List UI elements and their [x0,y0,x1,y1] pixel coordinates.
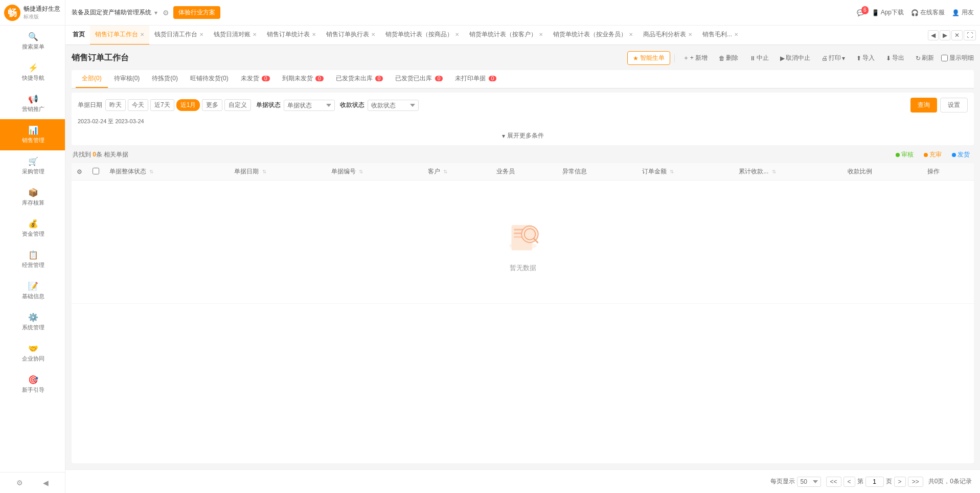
tab-reconcile[interactable]: 钱货日清对账 ✕ [209,26,262,45]
tab-margin-analysis[interactable]: 商品毛利分析表 ✕ [638,26,697,45]
sidebar-item-purchase[interactable]: 🛒 采购管理 [0,150,65,182]
export-button[interactable]: ⬇ 导出 [882,52,908,64]
status-select[interactable]: 单据状态 [284,100,335,111]
custom-btn[interactable]: 自定义 [224,99,251,111]
print-button[interactable]: 🖨 打印 ▾ [817,52,849,64]
tab-close-sales-by-staff[interactable]: ✕ [629,32,633,37]
set-button[interactable]: 设置 [940,98,968,113]
tab-close-daily-clear[interactable]: ✕ [199,32,203,37]
next-page-button[interactable]: > [894,477,906,487]
sort-icon-1[interactable]: ⇅ [262,169,266,174]
sort-icon-7[interactable]: ⇅ [772,169,776,174]
tabs-next-button[interactable]: ▶ [940,30,950,40]
sidebar-item-finance[interactable]: 💰 资金管理 [0,213,65,244]
tab-sales-by-staff[interactable]: 销货单统计表（按业务员） ✕ [548,26,638,45]
tab-close-sales-by-customer[interactable]: ✕ [539,32,543,37]
prev-page-button[interactable]: < [844,477,855,487]
tab-sales-margin[interactable]: 销售毛利... ✕ [697,26,743,45]
tab-sales-exec[interactable]: 销售订单执行表 ✕ [321,26,380,45]
ftab-shipped-out[interactable]: 已发货已出库 0 [389,70,449,88]
ftab-unshipped[interactable]: 未发货 0 [235,70,276,88]
tab-sales-by-customer[interactable]: 销货单统计表（按客户） ✕ [464,26,548,45]
app-download-link[interactable]: 📱 App下载 [872,8,904,17]
ftab-pending-pick[interactable]: 待拣货(0) [146,70,184,88]
tab-close-sales-order[interactable]: ✕ [140,32,144,37]
page-input[interactable] [865,477,884,487]
print-arrow-icon: ▾ [842,55,845,62]
unshipped-badge: 0 [262,76,270,81]
tabs-prev-button[interactable]: ◀ [928,30,939,40]
sidebar-item-quicknav[interactable]: ⚡ 快捷导航 [0,57,65,88]
last-page-button[interactable]: >> [908,477,923,487]
collapse-icon[interactable]: ◀ [43,479,49,487]
tab-close-sales-stats[interactable]: ✕ [312,32,316,37]
more-btn[interactable]: 更多 [202,99,222,111]
smart-order-button[interactable]: ★ 智能生单 [627,51,670,65]
tab-sales-by-product[interactable]: 销货单统计表（按商品） ✕ [380,26,464,45]
pause-button[interactable]: ⏸ 中止 [745,52,773,64]
first-page-button[interactable]: << [826,477,841,487]
review-action-btn[interactable]: 审核 [893,149,917,160]
tab-close-margin[interactable]: ✕ [688,32,692,37]
sidebar-item-guide[interactable]: 🎯 新手引导 [0,369,65,400]
show-detail-checkbox[interactable]: 显示明细 [941,54,974,62]
tab-sales-order-workbench[interactable]: 销售订单工作台 ✕ [90,26,149,45]
query-button[interactable]: 查询 [910,98,937,113]
delete-button[interactable]: 🗑 删除 [715,52,742,64]
last7d-btn[interactable]: 近7天 [150,99,174,111]
industry-btn[interactable]: 体验行业方案 [173,6,220,19]
tabs-close-current-button[interactable]: ✕ [951,30,963,40]
per-page-select[interactable]: 50 20 100 200 [797,477,821,487]
ftab-overdue-unshipped[interactable]: 到期未发货 0 [276,70,330,88]
show-detail-input[interactable] [941,55,948,61]
refresh-button[interactable]: ↻ 刷新 [911,52,938,64]
ship-action-btn[interactable]: 发货 [949,149,973,160]
ftab-wangpu-pending[interactable]: 旺铺待发货(0) [184,70,235,88]
ftab-pending-review[interactable]: 待审核(0) [108,70,146,88]
tab-close-sales-margin[interactable]: ✕ [734,32,738,37]
cancel-pause-button[interactable]: ▶ 取消中止 [776,52,814,64]
sidebar-item-basic[interactable]: 📝 基础信息 [0,275,65,306]
ftab-shipped-not-out[interactable]: 已发货未出库 0 [330,70,390,88]
sidebar-item-marketing[interactable]: 📢 营销推广 [0,88,65,119]
import-button[interactable]: ⬆ 导入 [852,52,879,64]
sort-icon-0[interactable]: ⇅ [149,169,153,174]
expand-row[interactable]: ▾ 展开更多条件 [78,129,968,140]
tabs-maximize-button[interactable]: ⛶ [964,30,976,40]
overdue-badge: 0 [315,76,324,81]
unreview-action-btn[interactable]: 充审 [921,149,945,160]
unprinted-badge: 0 [489,76,497,81]
sidebar-item-sales[interactable]: 📊 销售管理 [0,119,65,150]
online-service-link[interactable]: 🎧 在线客服 [911,8,945,17]
tab-close-sales-exec[interactable]: ✕ [371,32,375,37]
add-button[interactable]: ＋ + 新增 [679,52,712,64]
yesterday-btn[interactable]: 昨天 [105,99,126,111]
sort-icon-6[interactable]: ⇅ [670,169,674,174]
last1m-btn[interactable]: 近1月 [176,99,200,111]
tab-daily-clear[interactable]: 钱货日清工作台 ✕ [149,26,209,45]
select-all-checkbox[interactable] [93,168,99,174]
topbar-gear-button[interactable]: ⚙ [163,9,169,17]
tab-home[interactable]: 首页 [67,26,90,45]
today-btn[interactable]: 今天 [128,99,148,111]
tab-sales-stats[interactable]: 销售订单统计表 ✕ [262,26,321,45]
tab-close-sales-by-product[interactable]: ✕ [455,32,459,37]
ftab-all[interactable]: 全部(0) [76,70,108,88]
col-amount: 订单金额 ⇅ [637,163,734,181]
sidebar-item-system[interactable]: ⚙️ 系统管理 [0,306,65,338]
message-button[interactable]: 💬 6 [857,9,864,16]
table-scroll[interactable]: ⚙ 单据整体状态 ⇅ 单据日期 ⇅ 单据编号 [72,163,974,306]
sidebar-item-search[interactable]: 🔍 搜索菜单 [0,26,65,57]
tab-close-reconcile[interactable]: ✕ [253,32,257,37]
sidebar-item-inventory[interactable]: 📦 库存核算 [0,182,65,213]
sidebar-item-ops[interactable]: 📋 经营管理 [0,244,65,275]
user-menu[interactable]: 👤 用友 [952,8,974,17]
settings-icon[interactable]: ⚙ [16,479,23,487]
col-check[interactable] [87,163,104,181]
col-settings[interactable]: ⚙ [72,163,87,181]
ftab-unprinted[interactable]: 未打印单据 0 [449,70,503,88]
collect-select[interactable]: 收款状态 [368,100,419,111]
sort-icon-3[interactable]: ⇅ [443,169,447,174]
sidebar-item-collab[interactable]: 🤝 企业协同 [0,338,65,369]
sort-icon-2[interactable]: ⇅ [359,169,363,174]
